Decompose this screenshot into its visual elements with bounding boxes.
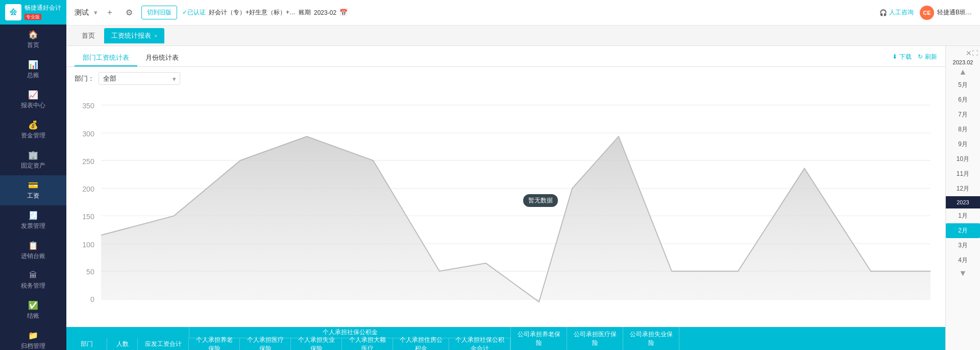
topbar-period-value: 2023-02 (314, 9, 336, 16)
logo-badge: 专业版 (24, 14, 41, 20)
chart-svg: 350 300 250 200 150 100 50 0 (75, 95, 937, 322)
topbar-title: 测试 (75, 8, 89, 17)
year-2023-marker: 2023 (946, 196, 980, 208)
salary-icon: 💳 (28, 180, 38, 190)
topbar-product-tags: 好会计（专）+好生意（标）+… (209, 8, 296, 17)
sidebar-item-salary[interactable]: 💳工资 (0, 175, 66, 205)
right-panel-close-btn[interactable]: ✕ (966, 49, 972, 57)
topbar-service-label: 人工咨询 (889, 8, 914, 17)
sidebar-label-tax: 税务管理 (21, 282, 45, 290)
sidebar-label-archive: 归档管理 (21, 342, 45, 350)
month-item-5[interactable]: 5月 (946, 78, 980, 92)
sidebar-item-close[interactable]: ✅结账 (0, 295, 66, 325)
sidebar-item-home[interactable]: 🏠首页 (0, 25, 66, 55)
sidebar-label-close: 结账 (27, 312, 39, 320)
topbar-switch-btn[interactable]: 切到旧版 (141, 6, 177, 19)
refresh-icon: ↻ (918, 53, 923, 60)
topbar-dropdown-arrow[interactable]: ▾ (94, 9, 97, 16)
filter-dept-select[interactable]: 全部 销售部 财务部 人事部 技术部 (99, 72, 180, 85)
sidebar-label-invoice: 发票管理 (21, 222, 45, 230)
month-item-4[interactable]: 4月 (946, 253, 980, 268)
topbar-username: 轻捷通B班… (937, 8, 972, 17)
sidebar-label-reports: 报表中心 (21, 101, 45, 110)
month-item-12[interactable]: 12月 (946, 181, 980, 196)
sidebar-item-purchase[interactable]: 📋进销台账 (0, 236, 66, 266)
chart-area-fill (101, 136, 930, 302)
svg-text:350: 350 (82, 102, 94, 110)
sidebar-label-funds: 资金管理 (21, 131, 45, 140)
tab-active-label: 工资统计报表 (111, 31, 151, 40)
logo-icon: 会 (5, 4, 21, 20)
table-col-dept: 部门 (66, 338, 107, 350)
svg-text:0: 0 (90, 295, 94, 304)
table-col-medical-company: 公司承担医疗保险 (567, 327, 623, 350)
sidebar-item-tax[interactable]: 🏛税务管理 (0, 266, 66, 295)
sub-tab-dept[interactable]: 部门工资统计表 (75, 50, 137, 66)
month-item-11[interactable]: 11月 (946, 167, 980, 181)
sub-tab-dept-label: 部门工资统计表 (83, 54, 129, 61)
month-item-10[interactable]: 10月 (946, 152, 980, 167)
content-main: 部门工资统计表 月份统计表 ⬇ 下载 ↻ 刷新 (66, 46, 945, 350)
sidebar-label-salary: 工资 (27, 192, 39, 200)
sidebar-item-funds[interactable]: 💰资金管理 (0, 115, 66, 145)
table-col-salary: 应发工资合计 (138, 338, 189, 350)
sub-tabbar: 部门工资统计表 月份统计表 ⬇ 下载 ↻ 刷新 (66, 46, 945, 67)
svg-text:200: 200 (82, 185, 94, 193)
filter-dept-select-wrap: 全部 销售部 财务部 人事部 技术部 (99, 72, 180, 85)
topbar-tags: ✓已认证 好会计（专）+好生意（标）+… 账期 2023-02 📅 (182, 8, 874, 17)
sidebar-item-ledger[interactable]: 📊总账 (0, 55, 66, 85)
current-period-label: 2023.02 (953, 58, 973, 66)
right-panel-expand-btn[interactable]: ⛶ (972, 49, 978, 57)
tab-close-btn[interactable]: × (154, 33, 157, 39)
download-label: 下载 (899, 53, 912, 61)
content-area: 部门工资统计表 月份统计表 ⬇ 下载 ↻ 刷新 (66, 46, 980, 350)
sub-tab-month[interactable]: 月份统计表 (137, 50, 187, 66)
topbar-add-btn[interactable]: ＋ (103, 6, 117, 20)
month-item-8[interactable]: 8月 (946, 122, 980, 137)
sidebar-label-purchase: 进销台账 (21, 252, 45, 261)
month-item-9[interactable]: 9月 (946, 137, 980, 152)
sidebar-item-archive[interactable]: 📁归档管理 (0, 325, 66, 350)
funds-icon: 💰 (28, 120, 38, 130)
table-col-medical-personal: 个人承担医疗保险 (240, 338, 291, 350)
table-col-count: 人数 (107, 338, 138, 350)
table-col-unemployment-company: 公司承担失业保险 (623, 327, 679, 350)
topbar: 测试 ▾ ＋ ⚙ 切到旧版 ✓已认证 好会计（专）+好生意（标）+… 账期 20… (66, 0, 980, 26)
sidebar-item-assets[interactable]: 🏢固定资产 (0, 145, 66, 175)
svg-text:150: 150 (82, 213, 94, 221)
topbar-service-btn[interactable]: 🎧 人工咨询 (879, 8, 914, 17)
svg-text:300: 300 (82, 130, 94, 138)
ledger-icon: 📊 (28, 60, 38, 69)
topbar-calendar-icon[interactable]: 📅 (339, 9, 348, 16)
table-col-pension-personal: 个人承担养老保险 (189, 338, 240, 350)
nav-up-arrow[interactable]: ▲ (958, 66, 968, 78)
month-item-7[interactable]: 7月 (946, 107, 980, 122)
home-icon: 🏠 (28, 30, 38, 39)
refresh-btn[interactable]: ↻ 刷新 (918, 53, 937, 61)
month-item-6[interactable]: 6月 (946, 92, 980, 107)
month-item-2-active[interactable]: 2月 (946, 223, 980, 238)
sidebar-item-reports[interactable]: 📈报表中心 (0, 85, 66, 115)
close-icon: ✅ (28, 300, 38, 310)
topbar-settings-btn[interactable]: ⚙ (122, 6, 136, 20)
tab-salary-report[interactable]: 工资统计报表 × (104, 28, 164, 43)
assets-icon: 🏢 (28, 150, 38, 160)
nav-down-arrow[interactable]: ▼ (958, 268, 968, 279)
sub-tab-actions: ⬇ 下载 ↻ 刷新 (892, 53, 937, 64)
month-item-1[interactable]: 1月 (946, 208, 980, 223)
topbar-user[interactable]: CE 轻捷通B班… (920, 6, 972, 20)
topbar-right: 🎧 人工咨询 CE 轻捷通B班… (879, 6, 972, 20)
topbar-period-label: 账期 (299, 8, 311, 17)
sidebar: 会 畅捷通好会计 专业版 🏠首页📊总账📈报表中心💰资金管理🏢固定资产💳工资🧾发票… (0, 0, 66, 350)
sidebar-label-assets: 固定资产 (21, 161, 45, 170)
sidebar-item-invoice[interactable]: 🧾发票管理 (0, 205, 66, 236)
avatar: CE (920, 6, 934, 20)
filter-dept-label: 部门： (75, 74, 94, 83)
download-btn[interactable]: ⬇ 下载 (892, 53, 912, 61)
logo-name: 畅捷通好会计 (24, 4, 61, 12)
right-date-panel: ✕ ⛶ 2023.02 ▲ 5月 6月 7月 8月 9月 10月 11月 12月… (945, 46, 980, 350)
main-content: 测试 ▾ ＋ ⚙ 切到旧版 ✓已认证 好会计（专）+好生意（标）+… 账期 20… (66, 0, 980, 350)
chart-area: 350 300 250 200 150 100 50 0 (66, 90, 945, 327)
month-item-3[interactable]: 3月 (946, 238, 980, 253)
tab-home[interactable]: 首页 (75, 28, 102, 43)
